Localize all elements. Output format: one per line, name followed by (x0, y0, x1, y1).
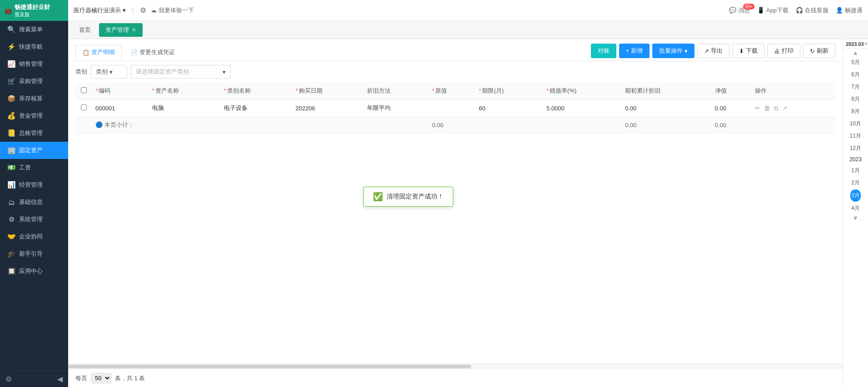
subtab-generate-voucher[interactable]: 📄 变更生成凭证 (124, 45, 182, 60)
month-item[interactable]: 3月 (850, 189, 861, 202)
per-page-select[interactable]: 50 (91, 373, 111, 383)
scrollbar-thumb[interactable] (68, 365, 471, 368)
header-purchase-date: *购买日期 (292, 82, 363, 100)
sidebar-bottom: ⚙ ◀ (0, 371, 68, 387)
row-residual-rate: 5.0000 (543, 100, 621, 117)
tab-close-icon[interactable]: ✕ (132, 27, 136, 33)
subtab-generate-voucher-icon: 📄 (130, 49, 138, 56)
header-checkbox-cell (75, 82, 92, 100)
experience-btn[interactable]: ☁ 我要体验一下 (151, 6, 194, 15)
table-header-row: *编码 *资产名称 *类别名称 *购买日期 折旧方法 *原值 *期限(月) *残… (75, 82, 835, 100)
reconcile-btn[interactable]: 对账 (591, 44, 616, 58)
right-panel-header: 2023.03 ✕ ⤢ (843, 39, 868, 49)
more-icon[interactable]: ↗ (782, 104, 788, 112)
row-net-value: 0.00 (711, 100, 751, 117)
subtotal-row: 🔵 本页小计： 0.00 0.00 0.00 (75, 117, 835, 134)
company-selector[interactable]: 医疗器械行业演示 ▾ (74, 6, 126, 15)
month-item[interactable]: 1月 (848, 164, 863, 177)
month-item[interactable]: 11月 (848, 130, 863, 142)
sidebar-item-经营管理[interactable]: 📊经营管理 (0, 176, 68, 194)
app-download-btn[interactable]: 📱 App下载 (757, 6, 789, 15)
sidebar-item-销售管理[interactable]: 📈销售管理 (0, 55, 68, 73)
batch-ops-label: 批量操作 (659, 47, 683, 55)
category-value-dropdown-icon: ▾ (223, 69, 226, 75)
success-toast: ✅ 清理固定资产成功！ (363, 187, 453, 207)
category-select-value[interactable]: 请选择固定资产类别 ▾ (131, 65, 231, 79)
subtotal-initial: 0.00 (621, 117, 711, 134)
batch-ops-btn[interactable]: 批量操作 ▾ (652, 44, 694, 58)
experience-label: 我要体验一下 (159, 6, 194, 15)
total-label: 条，共 1 条 (115, 374, 145, 382)
category-type-value: 类别 (96, 68, 108, 76)
row-name: 电脑 (149, 100, 220, 117)
sidebar-item-搜索菜单[interactable]: 🔍搜索菜单 (0, 21, 68, 38)
month-item[interactable]: 5月 (848, 56, 863, 69)
sidebar-item-系统管理[interactable]: ⚙系统管理 (0, 211, 68, 228)
new-btn[interactable]: + 新增 (619, 44, 650, 58)
print-btn[interactable]: 🖨 打印 (767, 44, 800, 58)
month-item[interactable]: 4月 (848, 202, 863, 214)
subtab-asset-detail-icon: 📋 (82, 49, 89, 56)
sidebar-item-快捷导航[interactable]: ⚡快捷导航 (0, 38, 68, 55)
subtotal-empty-checkbox (75, 117, 92, 134)
download-label: 下载 (746, 47, 758, 55)
row-checkbox[interactable] (81, 104, 87, 110)
month-item[interactable]: 2月 (848, 177, 863, 189)
sidebar-item-新手引导[interactable]: 🎓新手引导 (0, 245, 68, 263)
header-name: *资产名称 (149, 82, 220, 100)
sidebar-item-工资[interactable]: 💵工资 (0, 159, 68, 176)
month-item[interactable]: 7月 (848, 81, 863, 93)
service-btn[interactable]: 🎧 在线客服 (796, 6, 828, 15)
month-item[interactable]: 9月 (848, 105, 863, 118)
topbar: 医疗器械行业演示 ▾ | ⚙ ☁ 我要体验一下 💬 消息 99+ 📱 App下载… (68, 0, 868, 21)
export-btn[interactable]: ↗ 导出 (697, 44, 729, 58)
subtab-asset-detail[interactable]: 📋 资产明细 (75, 45, 122, 60)
sidebar-item-企业协同[interactable]: 🤝企业协同 (0, 228, 68, 245)
tab-asset-management[interactable]: 资产管理 ✕ (99, 23, 143, 37)
toast-message: 清理固定资产成功！ (387, 193, 444, 201)
topbar-settings-icon[interactable]: ⚙ (140, 6, 146, 15)
app-download-icon: 📱 (757, 7, 764, 14)
sidebar-item-总账管理[interactable]: 📒总账管理 (0, 124, 68, 142)
sidebar-item-库存核算[interactable]: 📦库存核算 (0, 90, 68, 107)
asset-table: *编码 *资产名称 *类别名称 *购买日期 折旧方法 *原值 *期限(月) *残… (75, 82, 835, 134)
month-item[interactable]: 6月 (848, 69, 863, 81)
select-all-checkbox[interactable] (81, 87, 87, 93)
collapse-icon[interactable]: ◀ (57, 375, 63, 383)
print-icon: 🖨 (774, 48, 780, 55)
toast-icon: ✅ (373, 192, 383, 202)
close-right-panel-icon[interactable]: ✕ (864, 41, 868, 47)
panel-nav-up[interactable]: ▲ (853, 49, 859, 56)
sidebar-item-采购管理[interactable]: 🛒采购管理 (0, 73, 68, 90)
header-period: *期限(月) (475, 82, 543, 100)
edit-icon[interactable]: ✏ (755, 104, 760, 112)
copy-icon[interactable]: ⧉ (774, 104, 779, 112)
settings-icon[interactable]: ⚙ (5, 375, 12, 383)
sidebar-logo: 💼 畅捷通好业财 普及版 (0, 0, 68, 21)
year-label[interactable]: 2023 (848, 154, 863, 164)
month-item[interactable]: 8月 (848, 93, 863, 105)
logo-icon: 💼 (5, 7, 12, 14)
message-btn[interactable]: 💬 消息 99+ (729, 6, 750, 15)
sidebar-item-应用中心[interactable]: 🔲应用中心 (0, 263, 68, 280)
month-item[interactable]: 10月 (848, 118, 863, 130)
refresh-btn[interactable]: ↻ 刷新 (803, 44, 835, 58)
delete-icon[interactable]: 🗑 (764, 104, 770, 112)
sidebar-item-固定资产[interactable]: 🏢固定资产 (0, 142, 68, 159)
export-label: 导出 (711, 47, 723, 55)
tab-home[interactable]: 首页 (73, 23, 97, 37)
subtab-generate-voucher-label: 变更生成凭证 (139, 48, 175, 56)
category-type-dropdown-icon: ▾ (109, 69, 113, 75)
user-btn[interactable]: 👤 畅捷通 (836, 6, 863, 15)
category-select-type[interactable]: 类别 ▾ (91, 65, 127, 79)
header-depreciation: 折旧方法 (363, 82, 428, 100)
sidebar-item-资金管理[interactable]: 💰资金管理 (0, 107, 68, 124)
subtotal-net: 0.00 (711, 117, 751, 134)
horizontal-scrollbar[interactable] (68, 363, 843, 369)
download-btn[interactable]: ⬇ 下载 (732, 44, 764, 58)
topbar-separator: | (132, 7, 134, 14)
month-item[interactable]: 12月 (848, 142, 863, 154)
sidebar-item-基础信息[interactable]: 🗂基础信息 (0, 194, 68, 211)
sidebar-nav: 🔍搜索菜单⚡快捷导航📈销售管理🛒采购管理📦库存核算💰资金管理📒总账管理🏢固定资产… (0, 21, 68, 371)
panel-nav-down[interactable]: ▼ (853, 214, 859, 222)
